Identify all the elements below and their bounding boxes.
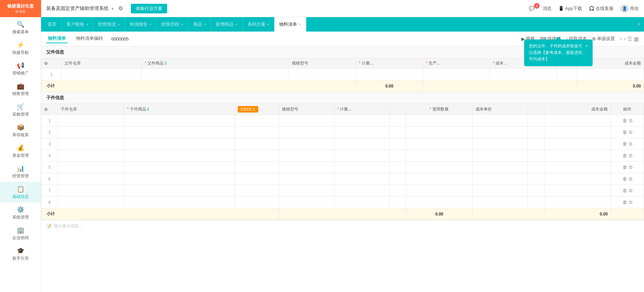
close-tab-customer[interactable]: ×: [86, 22, 88, 26]
parent-warehouse-1[interactable]: [61, 69, 142, 80]
sub-tab-bom[interactable]: 物料清单: [46, 34, 67, 43]
child-product-2[interactable]: [124, 127, 235, 138]
child-unitcost-1[interactable]: [472, 115, 528, 127]
list-view-btn[interactable]: ▦: [634, 36, 639, 42]
parent-product-1[interactable]: [142, 69, 289, 80]
sidebar-item-basic-info[interactable]: 📋 基础信息: [0, 182, 41, 202]
message-action[interactable]: 💬 6 消息: [529, 5, 552, 12]
copy-icon[interactable]: ⧉: [629, 188, 632, 194]
delete-icon[interactable]: 🗑: [622, 153, 627, 159]
close-tab-profit[interactable]: ×: [149, 22, 151, 26]
sidebar-item-purchase[interactable]: 🛒 采购管理: [0, 100, 41, 120]
close-tab-new-goods[interactable]: ×: [235, 22, 237, 26]
tab-new-goods[interactable]: 新增商品 ×: [211, 17, 243, 32]
dropdown-arrow-icon[interactable]: ▾: [111, 6, 114, 11]
tab-home[interactable]: 首页: [43, 17, 62, 32]
close-tab-operations[interactable]: ×: [117, 22, 120, 26]
parent-col-settings: ⚙: [41, 58, 62, 69]
parent-subtotal-empty: [423, 80, 577, 92]
sidebar-item-marketing[interactable]: 📢 营销推广: [0, 58, 41, 79]
trial-button[interactable]: 体验行业方案: [131, 4, 167, 13]
child-product-1[interactable]: [124, 115, 235, 127]
delete-icon[interactable]: 🗑: [622, 129, 627, 135]
building-icon: 🏢: [17, 226, 24, 234]
delete-icon[interactable]: 🗑: [622, 176, 627, 182]
tab-customer[interactable]: 客户联络 ×: [62, 17, 93, 32]
sidebar-item-operations[interactable]: 📊 经营管理: [0, 161, 41, 182]
tab-history[interactable]: 经营历程 ×: [157, 17, 188, 32]
child-spec-1[interactable]: [279, 115, 334, 127]
sidebar-item-finance[interactable]: 💰 资金管理: [0, 141, 41, 161]
scan-button[interactable]: 扫码录入: [238, 106, 258, 113]
parent-cost-1[interactable]: [490, 69, 557, 80]
child-col-unit-cost: 成本单价: [472, 104, 528, 115]
child-measure-1[interactable]: [334, 115, 389, 127]
delete-icon[interactable]: 🗑: [622, 188, 627, 194]
note-text: 输入备注信息...: [54, 223, 82, 229]
next-nav-btn[interactable]: ›: [624, 36, 626, 42]
copy-icon[interactable]: ⧉: [629, 129, 632, 135]
content-area: 物料清单 物料清单编码 0000005 ▶ 视频 ⌨ 快捷键 ↑ 提取成本 ⚙: [41, 32, 644, 292]
parent-subtotal-label: 小计: [41, 80, 356, 92]
parent-measure-1[interactable]: [356, 69, 423, 80]
online-service-action[interactable]: 🎧 在线客服: [589, 5, 614, 12]
copy-icon[interactable]: ⧉: [629, 118, 632, 124]
child-row-num: 1: [41, 115, 58, 127]
graduate-icon: 🎓: [17, 247, 24, 255]
copy-icon[interactable]: ⧉: [629, 176, 632, 182]
sub-tab-bom-code[interactable]: 物料清单编码: [74, 34, 104, 43]
child-unitcost-2[interactable]: [472, 127, 528, 138]
child-scan-2: [235, 127, 279, 138]
close-tab-history[interactable]: ×: [181, 22, 183, 26]
sidebar-item-search[interactable]: 🔍 搜索菜单: [0, 17, 41, 38]
child-row: 1 🗑⧉: [41, 115, 644, 127]
parent-spec-1[interactable]: [289, 69, 356, 80]
sidebar-item-quick-nav[interactable]: ⚡ 快捷导航: [0, 38, 41, 58]
sidebar-item-inventory[interactable]: 📦 库存核算: [0, 120, 41, 141]
parent-col-measure: * 计量...: [356, 58, 423, 69]
copy-icon[interactable]: ⧉: [629, 141, 632, 147]
child-spec-2[interactable]: [279, 127, 334, 138]
app-download-action[interactable]: 📱 App下载: [558, 5, 582, 12]
copy-icon[interactable]: ⧉: [629, 153, 632, 159]
close-tab-barcode[interactable]: ×: [267, 22, 269, 26]
child-measure-2[interactable]: [334, 127, 389, 138]
grid-view-btn[interactable]: ☰: [627, 36, 632, 42]
tab-bom[interactable]: 物料清单 ×: [274, 17, 306, 32]
close-tab-bom[interactable]: ×: [299, 22, 301, 26]
user-avatar[interactable]: 👤 用友: [620, 4, 639, 13]
child-qty-1[interactable]: [406, 115, 473, 127]
single-setting-action[interactable]: ⚙ 单据设置: [592, 36, 615, 42]
child-warehouse-2[interactable]: [58, 127, 124, 138]
child-ops-1: 🗑⧉: [611, 115, 644, 127]
sidebar: 畅捷通好生意 标准版 🔍 搜索菜单 ⚡ 快捷导航 📢 营销推广 💼 销售管理 🛒…: [0, 0, 41, 292]
delete-icon[interactable]: 🗑: [622, 164, 627, 170]
sidebar-item-enterprise[interactable]: 🏢 企业协同: [0, 223, 41, 244]
copy-icon[interactable]: ⧉: [629, 164, 632, 170]
child-subtotal-amount: 0.00: [544, 208, 611, 220]
prev-nav-btn[interactable]: ‹: [620, 36, 622, 42]
phone-icon: 📱: [558, 6, 564, 11]
delete-icon[interactable]: 🗑: [622, 118, 627, 124]
tab-operations[interactable]: 经营情况 ×: [93, 17, 125, 32]
tab-goods[interactable]: 商品 ×: [188, 17, 211, 32]
child-row-num: 6: [41, 173, 58, 185]
sidebar-item-newbie[interactable]: 🎓 新手引导: [0, 244, 41, 264]
close-all-tabs[interactable]: ×: [634, 21, 644, 27]
close-tab-goods[interactable]: ×: [204, 22, 206, 26]
child-row-num: 2: [41, 127, 58, 138]
parent-production-1[interactable]: [423, 69, 490, 80]
tab-barcode[interactable]: 条码方案 ×: [243, 17, 274, 32]
sidebar-item-system[interactable]: ⚙️ 系统管理: [0, 202, 41, 223]
tab-profit[interactable]: 利润报告 ×: [125, 17, 157, 32]
tooltip-close-button[interactable]: ×: [585, 43, 588, 49]
sidebar-item-sales[interactable]: 💼 销售管理: [0, 79, 41, 100]
copy-icon[interactable]: ⧉: [629, 199, 632, 205]
child-qty-2[interactable]: [406, 127, 473, 138]
settings-button[interactable]: ⚙: [118, 5, 123, 12]
child-row: 8 🗑⧉: [41, 197, 644, 208]
child-warehouse-1[interactable]: [58, 115, 124, 127]
delete-icon[interactable]: 🗑: [622, 199, 627, 205]
view-nav: ‹ › ☰ ▦: [620, 36, 639, 42]
delete-icon[interactable]: 🗑: [622, 141, 627, 147]
